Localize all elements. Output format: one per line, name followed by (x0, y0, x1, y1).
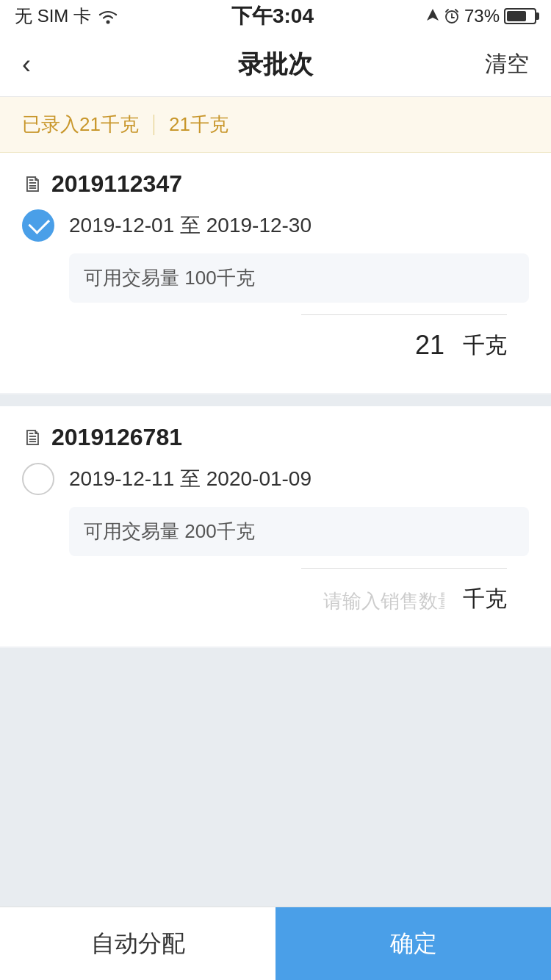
batch-1-quantity-row: 千克 (22, 323, 529, 375)
batch-1-radio[interactable] (22, 209, 54, 242)
bottom-bar: 自动分配 确定 (0, 907, 551, 980)
info-divider (154, 115, 154, 135)
batch-1-quantity-input[interactable] (323, 330, 455, 361)
battery-percent: 73% (464, 6, 500, 26)
auto-distribute-button[interactable]: 自动分配 (0, 907, 276, 980)
nav-bar: ‹ 录批次 清空 (0, 32, 551, 97)
batch-1-id: 2019112347 (51, 170, 182, 198)
batch-item-1: 🗎 2019112347 2019-12-01 至 2019-12-30 可用交… (0, 153, 551, 393)
batch-2-header: 🗎 2019126781 (22, 424, 529, 451)
battery-icon (504, 8, 536, 24)
batch-2-date-row: 2019-12-11 至 2020-01-09 (22, 463, 529, 495)
batch-2-id: 2019126781 (51, 424, 182, 451)
batch-1-header: 🗎 2019112347 (22, 170, 529, 198)
svg-line-4 (446, 10, 448, 12)
recorded-amount-value: 21千克 (169, 112, 228, 137)
carrier-label: 无 SIM 卡 (15, 4, 91, 28)
batch-2-quantity-row: 千克 (22, 576, 529, 629)
batch-2-doc-icon: 🗎 (22, 425, 44, 450)
clear-button[interactable]: 清空 (485, 49, 529, 79)
batch-1-avail: 可用交易量 100千克 (69, 253, 529, 303)
batch-1-date-range: 2019-12-01 至 2019-12-30 (69, 212, 311, 239)
batch-1-input-underline (301, 314, 507, 315)
batch-1-unit: 千克 (463, 331, 507, 361)
status-bar: 无 SIM 卡 下午3:04 73% (0, 0, 551, 32)
wifi-icon (97, 8, 119, 24)
info-banner: 已录入21千克 21千克 (0, 97, 551, 153)
batch-2-unit: 千克 (463, 584, 507, 614)
svg-line-5 (455, 10, 458, 12)
confirm-button[interactable]: 确定 (276, 907, 551, 980)
status-time: 下午3:04 (231, 2, 314, 30)
location-icon (426, 8, 439, 24)
bottom-spacer (0, 648, 551, 942)
batch-1-date-row: 2019-12-01 至 2019-12-30 (22, 209, 529, 242)
svg-point-0 (107, 21, 110, 24)
batch-2-quantity-input[interactable] (323, 583, 455, 614)
page-title: 录批次 (238, 48, 313, 82)
alarm-icon (444, 8, 460, 24)
section-divider (0, 394, 551, 406)
batch-2-radio[interactable] (22, 463, 54, 495)
batch-1-doc-icon: 🗎 (22, 172, 44, 197)
batch-2-date-range: 2019-12-11 至 2020-01-09 (69, 465, 311, 493)
back-button[interactable]: ‹ (22, 49, 66, 80)
recorded-amount-label: 已录入21千克 (22, 112, 139, 137)
batch-2-input-underline (301, 568, 507, 569)
status-right: 73% (426, 6, 536, 26)
batch-item-2: 🗎 2019126781 2019-12-11 至 2020-01-09 可用交… (0, 406, 551, 646)
batch-2-avail: 可用交易量 200千克 (69, 507, 529, 556)
status-left: 无 SIM 卡 (15, 4, 119, 28)
